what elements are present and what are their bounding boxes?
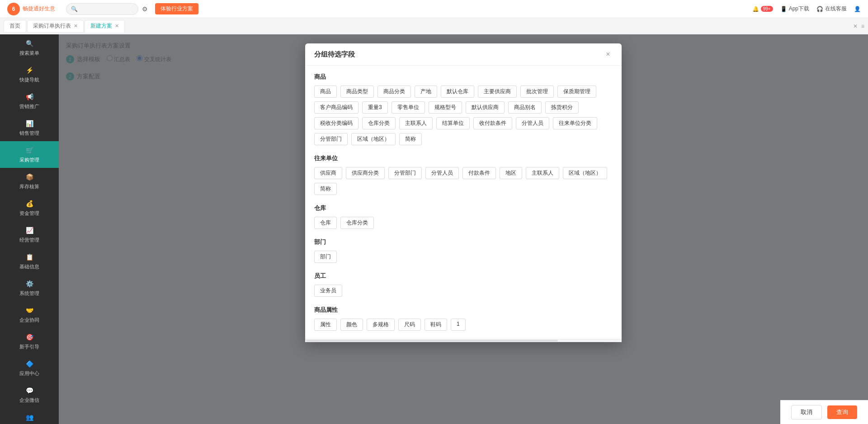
service-label: 在线客服 — [825, 5, 847, 13]
sidebar-item-basic-info[interactable]: 📋 基础信息 — [0, 248, 59, 275]
sidebar-item-marketing[interactable]: 📢 营销推广 — [0, 88, 59, 114]
field-tag-goods-category[interactable]: 商品分类 — [377, 86, 411, 98]
download-item[interactable]: 📱 App下载 — [780, 5, 809, 13]
tab-purchase-order[interactable]: 采购订单执行表 ✕ — [27, 20, 84, 33]
tab-new-plan-close[interactable]: ✕ — [115, 23, 119, 29]
section-counterparty-fields: 供应商 供应商分类 分管部门 分管人员 付款条件 地区 主联系人 区域（地区） … — [314, 167, 613, 195]
field-tag-person-supervisor[interactable]: 分管人员 — [425, 167, 459, 179]
field-tag-payment-condition[interactable]: 付款条件 — [462, 167, 496, 179]
field-tag-weight3[interactable]: 重量3 — [362, 101, 388, 114]
sidebar-item-sales[interactable]: 📊 销售管理 — [0, 114, 59, 141]
sidebar-item-finance[interactable]: 💰 资金管理 — [0, 195, 59, 221]
sidebar-item-quick-nav[interactable]: ⚡ 快捷导航 — [0, 61, 59, 88]
app-center-icon: 🔷 — [25, 359, 34, 368]
message-item[interactable]: 🔔 99+ — [752, 6, 773, 12]
field-tag-goods-type[interactable]: 商品类型 — [340, 86, 374, 98]
field-tag-warehouse[interactable]: 仓库 — [314, 217, 337, 229]
tab-bar-actions: ✕ ≡ — [853, 23, 864, 29]
sidebar-item-system[interactable]: ⚙️ 系统管理 — [0, 275, 59, 301]
message-icon: 🔔 — [752, 6, 759, 12]
section-employee: 员工 业务员 — [314, 272, 613, 297]
field-tag-goods-alias[interactable]: 商品别名 — [508, 101, 542, 114]
field-tag-supplier-category[interactable]: 供应商分类 — [346, 167, 385, 179]
content-area: 采购订单执行表方案设置 1 选择模板 汇总表 交叉统计表 2 方案配置 — [59, 34, 868, 424]
sidebar-item-inventory[interactable]: 📦 库存核算 — [0, 168, 59, 195]
field-tag-dept-supervisor[interactable]: 分管部门 — [388, 167, 422, 179]
field-tag-salesperson[interactable]: 业务员 — [314, 285, 342, 297]
field-tag-supplier[interactable]: 供应商 — [314, 167, 342, 179]
field-tag-multi-spec[interactable]: 多规格 — [367, 319, 395, 331]
tab-home[interactable]: 首页 — [4, 20, 26, 33]
sidebar-item-app-center[interactable]: 🔷 应用中心 — [0, 355, 59, 381]
confirm-button[interactable]: 查询 — [827, 405, 857, 419]
section-employee-title: 员工 — [314, 272, 613, 280]
section-warehouse-title: 仓库 — [314, 204, 613, 212]
trial-button[interactable]: 体验行业方案 — [155, 3, 198, 14]
sidebar-item-inventory-label: 库存核算 — [19, 183, 39, 190]
field-tag-main-supplier[interactable]: 主要供应商 — [478, 86, 517, 98]
field-tag-main-contact[interactable]: 主联系人 — [399, 117, 433, 129]
inventory-icon: 📦 — [25, 172, 34, 181]
cancel-button[interactable]: 取消 — [791, 405, 822, 419]
sidebar-item-collab[interactable]: 🤝 企业协同 — [0, 301, 59, 328]
sidebar-item-guide[interactable]: 🎯 新手引导 — [0, 328, 59, 355]
field-tag-expiry[interactable]: 保质期管理 — [557, 86, 596, 98]
field-tag-area-counterparty[interactable]: 区域（地区） — [563, 167, 607, 179]
field-tag-warehouse-category[interactable]: 仓库分类 — [362, 117, 396, 129]
tab-menu-icon[interactable]: ≡ — [861, 23, 864, 29]
field-tag-retail-unit[interactable]: 零售单位 — [392, 101, 425, 114]
field-tag-department[interactable]: 部门 — [314, 251, 337, 263]
field-tag-abbr-counterparty[interactable]: 简称 — [314, 183, 337, 195]
tab-close-all-icon[interactable]: ✕ — [853, 23, 858, 29]
field-tag-region-goods[interactable]: 区域（地区） — [351, 133, 396, 145]
gear-icon[interactable]: ⚙ — [142, 5, 148, 13]
field-tag-pick-points[interactable]: 拣货积分 — [545, 101, 579, 114]
modal-close-button[interactable]: × — [604, 50, 613, 59]
field-tag-main-contact-counterparty[interactable]: 主联系人 — [526, 167, 559, 179]
field-tag-attr[interactable]: 属性 — [314, 319, 337, 331]
field-tag-goods[interactable]: 商品 — [314, 86, 337, 98]
field-tag-tax-code[interactable]: 税收分类编码 — [314, 117, 359, 129]
section-goods-attr-title: 商品属性 — [314, 306, 613, 314]
sidebar-item-guide-label: 新手引导 — [19, 343, 39, 350]
sidebar-item-purchase[interactable]: 🛒 采购管理 — [0, 141, 59, 168]
wechat-icon: 💬 — [25, 386, 34, 395]
basic-info-icon: 📋 — [25, 252, 34, 262]
sidebar-item-operations[interactable]: 📈 经营管理 — [0, 221, 59, 248]
field-tag-settlement-unit[interactable]: 结算单位 — [436, 117, 470, 129]
avatar-icon: 👤 — [854, 6, 861, 12]
field-tag-region-counterparty[interactable]: 地区 — [500, 167, 522, 179]
field-tag-origin[interactable]: 产地 — [415, 86, 437, 98]
field-tag-counterparty-category[interactable]: 往来单位分类 — [553, 117, 597, 129]
field-tag-num1[interactable]: 1 — [451, 319, 466, 331]
field-tag-shoe-size[interactable]: 鞋码 — [425, 319, 447, 331]
field-tag-size[interactable]: 尺码 — [398, 319, 421, 331]
field-tag-warehouse-cat[interactable]: 仓库分类 — [340, 217, 374, 229]
field-tag-payment-terms[interactable]: 收付款条件 — [473, 117, 512, 129]
header-search-box[interactable]: 🔍 — [66, 3, 138, 15]
field-tag-default-supplier[interactable]: 默认供应商 — [466, 101, 505, 114]
field-tag-color[interactable]: 颜色 — [340, 319, 363, 331]
marketing-icon: 📢 — [25, 92, 34, 101]
section-goods-attr-fields: 属性 颜色 多规格 尺码 鞋码 1 — [314, 319, 613, 331]
modal-title: 分组待选字段 — [314, 50, 355, 59]
collab-icon: 🤝 — [25, 306, 34, 315]
modal-body[interactable]: 商品 商品 商品类型 商品分类 产地 默认仓库 主要供应商 批次管理 保质期管理… — [305, 66, 622, 339]
sidebar-item-member[interactable]: 👥 畅会员 — [0, 408, 59, 424]
tab-purchase-order-close[interactable]: ✕ — [74, 23, 78, 29]
sidebar-item-wechat[interactable]: 💬 企业微信 — [0, 381, 59, 408]
field-tag-dept-manager[interactable]: 分管部门 — [314, 133, 348, 145]
field-tag-default-warehouse[interactable]: 默认仓库 — [441, 86, 474, 98]
header-search-area: 🔍 ⚙ 体验行业方案 — [66, 3, 752, 15]
modal-hscroll[interactable] — [305, 339, 622, 342]
field-tag-batch-mgmt[interactable]: 批次管理 — [520, 86, 554, 98]
tab-new-plan[interactable]: 新建方案 ✕ — [85, 20, 125, 33]
field-tag-abbr-goods[interactable]: 简称 — [399, 133, 422, 145]
field-tag-customer-code[interactable]: 客户商品编码 — [314, 101, 359, 114]
user-avatar[interactable]: 👤 — [854, 6, 861, 12]
sidebar-item-search[interactable]: 🔍 搜索菜单 — [0, 34, 59, 61]
field-tag-spec-model[interactable]: 规格型号 — [429, 101, 462, 114]
service-item[interactable]: 🎧 在线客服 — [816, 5, 847, 13]
field-tag-supervisor[interactable]: 分管人员 — [516, 117, 549, 129]
sidebar-item-purchase-label: 采购管理 — [19, 157, 39, 163]
